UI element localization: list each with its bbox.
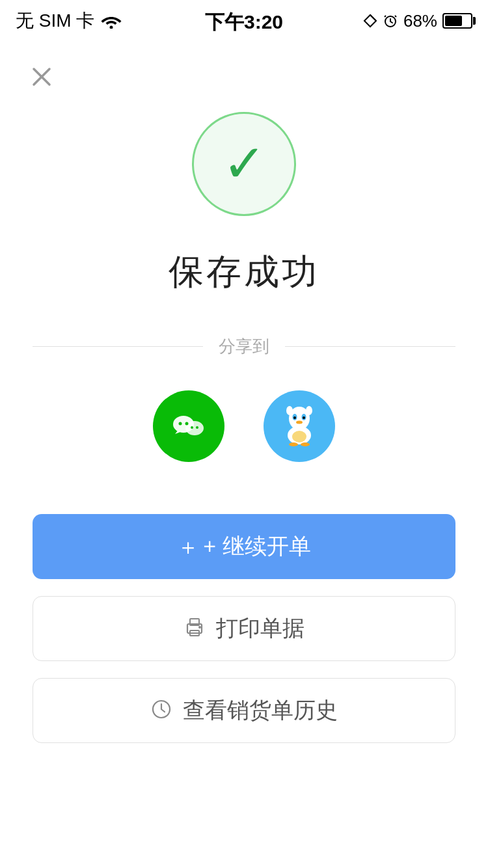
svg-point-27 [286,406,293,415]
print-icon [183,616,206,642]
svg-point-28 [306,406,312,415]
svg-marker-1 [364,15,376,27]
svg-point-25 [289,442,298,446]
history-icon [150,698,172,724]
svg-point-26 [301,442,310,446]
status-right: 68% [363,11,472,31]
divider-right [285,346,455,347]
plus-icon: ＋ [177,536,199,558]
alarm-icon [383,13,398,29]
svg-point-13 [185,422,189,426]
status-time: 下午3:20 [205,9,283,36]
location-icon [363,14,377,28]
close-icon [30,65,53,88]
wifi-icon [101,13,122,29]
svg-line-7 [395,16,396,17]
svg-point-22 [296,421,303,424]
divider-left [33,346,203,347]
no-sim-label: 无 SIM 卡 [16,8,94,33]
svg-point-24 [292,431,306,442]
success-title: 保存成功 [169,249,319,296]
battery-percent: 68% [403,11,437,31]
svg-line-5 [390,21,392,23]
svg-point-14 [191,426,193,429]
share-divider: 分享到 [33,335,455,358]
battery-icon [442,13,472,29]
svg-point-21 [303,416,305,419]
checkmark-icon: ✓ [223,138,266,190]
qq-icon [279,404,319,448]
share-label: 分享到 [203,335,285,358]
qq-share-button[interactable] [264,390,335,462]
print-button[interactable]: 打印单据 [33,596,455,661]
main-content: ✓ 保存成功 分享到 [0,99,488,868]
svg-point-20 [293,416,296,419]
print-label: 打印单据 [216,614,305,644]
continue-label: + 继续开单 [203,532,310,562]
history-button[interactable]: 查看销货单历史 [33,678,455,743]
continue-button[interactable]: ＋ + 继续开单 [33,514,455,579]
share-row [153,390,335,462]
svg-point-15 [196,426,198,429]
success-circle: ✓ [192,112,296,216]
close-button[interactable] [26,61,57,92]
svg-line-2 [370,15,376,21]
svg-point-0 [110,26,113,29]
action-buttons: ＋ + 继续开单 打印单据 查看销货单历史 [33,514,455,743]
svg-point-32 [198,626,201,629]
wechat-share-button[interactable] [153,390,224,462]
status-bar: 无 SIM 卡 下午3:20 68% [0,0,488,42]
svg-point-12 [179,422,182,426]
svg-line-6 [385,16,386,17]
status-left: 无 SIM 卡 [16,8,122,33]
history-label: 查看销货单历史 [183,696,338,726]
close-area [0,42,488,99]
wechat-icon [169,406,209,446]
